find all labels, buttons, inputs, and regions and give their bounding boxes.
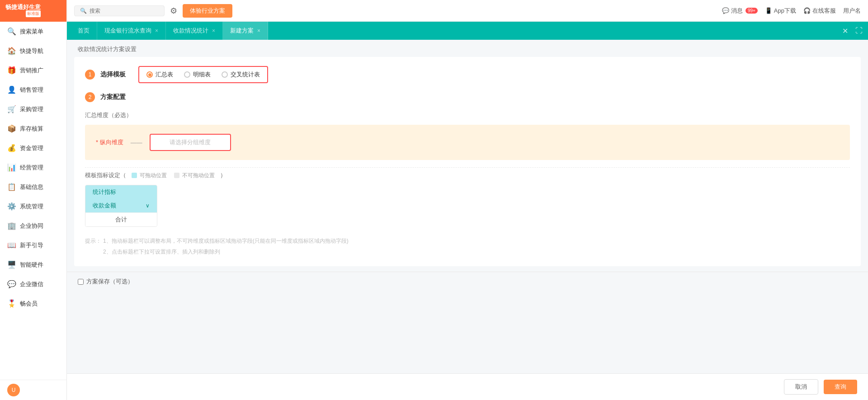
sidebar-item-label: 经营管理 <box>20 164 43 172</box>
notification-label: 消息 <box>731 7 743 15</box>
notification-badge: 99+ <box>745 8 758 14</box>
tab-bank-flow[interactable]: 现金银行流水查询 × <box>97 22 166 40</box>
step1-label: 选择模板 <box>100 71 126 79</box>
step1-circle: 1 <box>85 70 95 80</box>
step2-circle: 2 <box>85 92 95 102</box>
tip1: 提示： 1、拖动标题栏可以调整布局，不可跨维度或指标区域拖动字段(只能在同一维度… <box>85 235 850 246</box>
tab-new-plan[interactable]: 新建方案 × <box>223 22 268 40</box>
sidebar-item-label: 采购管理 <box>20 105 43 113</box>
sidebar-item-purchase[interactable]: 🛒 采购管理 <box>0 99 66 119</box>
main: 🔍 ⚙ 体验行业方案 💬 消息 99+ 📱 App下载 🎧 在线客服 用户名 首… <box>67 0 868 400</box>
tab-bank-flow-label: 现金银行流水查询 <box>104 27 151 35</box>
download-label: App下载 <box>774 7 796 15</box>
monitor-icon: 🖥️ <box>7 260 16 269</box>
download-btn[interactable]: 📱 App下载 <box>765 7 796 15</box>
notification-btn[interactable]: 💬 消息 99+ <box>722 7 758 15</box>
sidebar-item-member[interactable]: 🎖️ 畅会员 <box>0 294 66 313</box>
metrics-title: 模板指标设定（ <box>85 171 126 179</box>
sidebar-item-label: 智能硬件 <box>20 261 43 269</box>
query-button[interactable]: 查询 <box>824 380 857 394</box>
sidebar-item-system[interactable]: ⚙️ 系统管理 <box>0 197 66 216</box>
radio-summary[interactable]: 汇总表 <box>146 71 173 79</box>
step1-row: 1 选择模板 汇总表 明细表 交叉统计表 <box>85 66 850 83</box>
tab-home[interactable]: 首页 <box>71 22 97 40</box>
sidebar-item-inventory[interactable]: 📦 库存核算 <box>0 119 66 138</box>
sidebar-item-funds[interactable]: 💰 资金管理 <box>0 138 66 158</box>
sidebar-item-marketing[interactable]: 🎁 营销推广 <box>0 61 66 80</box>
avatar: U <box>7 384 20 396</box>
sidebar-item-label: 快捷导航 <box>20 47 43 55</box>
sidebar-item-operations[interactable]: 📊 经营管理 <box>0 158 66 177</box>
radio-detail[interactable]: 明细表 <box>184 71 211 79</box>
metrics-title-close: ） <box>220 171 226 179</box>
sidebar-item-label: 营销推广 <box>20 66 43 75</box>
sidebar-item-label: 销售管理 <box>20 86 43 94</box>
chart-icon: 📊 <box>7 163 16 172</box>
metrics-column-header[interactable]: 收款金额 ∨ <box>85 199 157 212</box>
tab-bank-flow-close[interactable]: × <box>155 28 158 34</box>
gear-icon: ⚙️ <box>7 202 16 211</box>
step2-label: 方案配置 <box>100 93 126 101</box>
tab-collection-stats-close[interactable]: × <box>212 28 215 34</box>
close-all-icon[interactable]: ✕ <box>840 25 850 37</box>
tab-collection-stats[interactable]: 收款情况统计 × <box>166 22 223 40</box>
sidebar-item-enterprise[interactable]: 🏢 企业协同 <box>0 216 66 235</box>
search-bar[interactable]: 🔍 <box>74 5 165 16</box>
sidebar-item-label: 企业微信 <box>20 280 43 288</box>
search-icon: 🔍 <box>80 8 87 14</box>
sidebar-bottom: U <box>0 380 66 400</box>
radio-cross[interactable]: 交叉统计表 <box>222 71 260 79</box>
sidebar-item-guide[interactable]: 📖 新手引导 <box>0 235 66 255</box>
medal-icon: 🎖️ <box>7 299 16 308</box>
sidebar-item-label: 新手引导 <box>20 241 43 249</box>
service-label: 在线客服 <box>812 7 836 15</box>
action-bar: 取消 查询 <box>67 373 868 400</box>
sidebar-item-hardware[interactable]: 🖥️ 智能硬件 <box>0 255 66 274</box>
metrics-config-label: 模板指标设定（ 可拖动位置 不可拖动位置 ） <box>85 167 850 179</box>
app-name: 畅捷通好生意 <box>5 4 41 11</box>
tip-prefix: 提示： <box>85 235 101 246</box>
topbar-right: 💬 消息 99+ 📱 App下载 🎧 在线客服 用户名 <box>722 7 861 15</box>
sidebar-item-basic-info[interactable]: 📋 基础信息 <box>0 177 66 197</box>
service-btn[interactable]: 🎧 在线客服 <box>803 7 836 15</box>
sidebar: 畅捷通好生意 标准版 🔍 搜索菜单 🏠 快捷导航 🎁 营销推广 👤 销售管理 🛒… <box>0 0 67 400</box>
sidebar-item-label: 基础信息 <box>20 183 43 191</box>
gift-icon: 🎁 <box>7 66 16 75</box>
tabbar: 首页 现金银行流水查询 × 收款情况统计 × 新建方案 × ✕ ⛶ <box>67 22 868 40</box>
sidebar-item-label: 搜索菜单 <box>20 28 43 36</box>
tab-new-plan-close[interactable]: × <box>257 28 260 34</box>
user-name[interactable]: 用户名 <box>843 7 861 15</box>
legend-draggable: 可拖动位置 <box>132 172 167 179</box>
cancel-button[interactable]: 取消 <box>784 379 818 395</box>
sidebar-logo: 畅捷通好生意 标准版 <box>0 0 66 22</box>
sidebar-item-search[interactable]: 🔍 搜索菜单 <box>0 22 66 41</box>
content-inner: 收款情况统计方案设置 1 选择模板 汇总表 明细表 <box>67 40 868 373</box>
metrics-table-header: 统计指标 <box>85 185 157 199</box>
tip2-text: 2、点击标题栏下拉可设置排序、插入列和删除列 <box>103 246 220 257</box>
expand-icon[interactable]: ⛶ <box>854 25 864 37</box>
main-card: 1 选择模板 汇总表 明细表 交叉统计表 <box>74 57 861 266</box>
vertical-dim-label: 纵向维度 <box>96 138 123 146</box>
book-icon: 📖 <box>7 241 16 249</box>
sidebar-item-wechat[interactable]: 💬 企业微信 <box>0 274 66 294</box>
tabbar-actions: ✕ ⛶ <box>840 25 864 37</box>
sidebar-item-quick-nav[interactable]: 🏠 快捷导航 <box>0 41 66 61</box>
cart-icon: 🛒 <box>7 105 16 113</box>
sidebar-item-label: 畅会员 <box>20 300 38 308</box>
sidebar-item-sales[interactable]: 👤 销售管理 <box>0 80 66 99</box>
tab-collection-stats-label: 收款情况统计 <box>173 27 208 35</box>
money-icon: 💰 <box>7 144 16 152</box>
save-checkbox[interactable] <box>78 279 84 285</box>
settings-icon[interactable]: ⚙ <box>170 6 177 16</box>
service-icon: 🎧 <box>803 7 811 14</box>
save-checkbox-label[interactable]: 方案保存（可选） <box>78 278 133 286</box>
industry-btn[interactable]: 体验行业方案 <box>183 4 232 18</box>
dimension-select[interactable]: 请选择分组维度 <box>150 134 231 151</box>
search-input[interactable] <box>90 8 153 14</box>
download-icon: 📱 <box>765 7 772 14</box>
topbar: 🔍 ⚙ 体验行业方案 💬 消息 99+ 📱 App下载 🎧 在线客服 用户名 <box>67 0 868 22</box>
user-icon: 👤 <box>7 85 16 94</box>
metrics-column-label: 收款金额 <box>93 202 116 210</box>
building-icon: 🏢 <box>7 221 16 230</box>
sidebar-item-label: 资金管理 <box>20 144 43 152</box>
